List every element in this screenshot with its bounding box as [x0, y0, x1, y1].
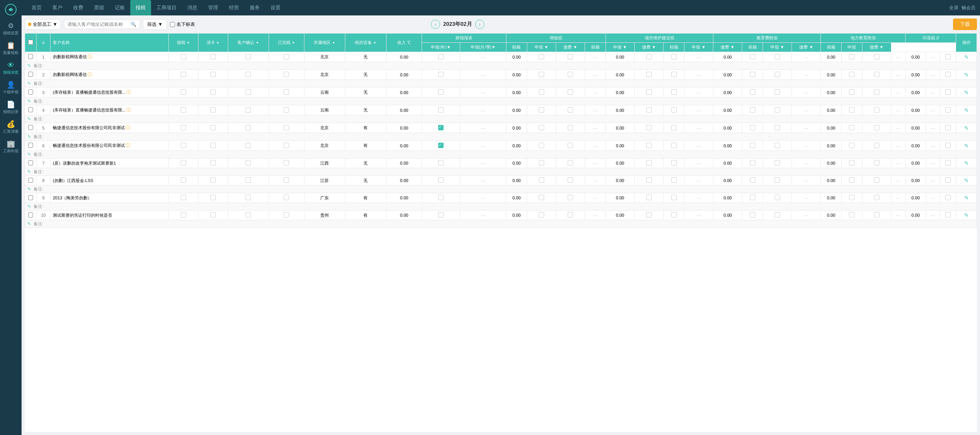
paid-check[interactable]	[284, 195, 289, 200]
jf-check[interactable]	[671, 160, 677, 165]
row-confirm[interactable]	[228, 141, 269, 151]
th-yhs-jf[interactable]: 缴费 ▼	[862, 43, 891, 52]
edit-icon[interactable]: ✎	[964, 54, 969, 60]
row-caibao-year[interactable]	[422, 123, 460, 133]
confirm-check[interactable]	[245, 54, 251, 59]
jf-check[interactable]	[775, 107, 780, 113]
paid-check[interactable]	[284, 125, 289, 130]
caibao-year-check[interactable]	[438, 177, 444, 183]
nav-customer[interactable]: 客户	[47, 0, 68, 15]
row-checkbox[interactable]	[28, 107, 33, 112]
tax-sb[interactable]	[635, 211, 664, 220]
tax-sb[interactable]	[635, 52, 664, 62]
confirm-check[interactable]	[245, 125, 251, 130]
tax-jf[interactable]	[664, 211, 684, 220]
baoshui-check[interactable]	[181, 107, 186, 113]
row-checkbox[interactable]	[28, 212, 33, 218]
row-confirm[interactable]	[228, 176, 269, 185]
tax-jf[interactable]	[556, 211, 585, 220]
row-action[interactable]: ✎	[956, 105, 977, 115]
edit-icon[interactable]: ✎	[964, 107, 969, 113]
row-action[interactable]: ✎	[956, 88, 977, 98]
yhs-jf-check[interactable]	[945, 72, 951, 77]
row-checkbox[interactable]	[28, 178, 33, 183]
row-paid[interactable]	[269, 141, 304, 151]
row-caibao-year[interactable]	[422, 70, 460, 80]
tax-sb[interactable]	[527, 123, 556, 133]
sb-check[interactable]	[646, 143, 652, 148]
tax-jf[interactable]	[763, 105, 792, 115]
row-action[interactable]: ✎	[956, 158, 977, 168]
jf-check[interactable]	[874, 212, 879, 218]
jf-check[interactable]	[671, 177, 677, 183]
row-huanka[interactable]	[198, 70, 228, 80]
tax-jf[interactable]	[664, 123, 684, 133]
huanka-check[interactable]	[210, 160, 216, 165]
yhs-jf-check[interactable]	[945, 125, 951, 130]
tax-jf[interactable]	[763, 211, 792, 220]
tax-jf[interactable]	[664, 88, 684, 98]
yhs-jf[interactable]	[940, 211, 956, 220]
row-confirm[interactable]	[228, 211, 269, 220]
tax-jf[interactable]	[664, 105, 684, 115]
yhs-jf[interactable]	[940, 141, 956, 151]
tax-sb[interactable]	[742, 211, 763, 220]
huanka-check[interactable]	[210, 143, 216, 148]
tax-sb[interactable]	[842, 176, 862, 185]
caibao-year-check[interactable]	[438, 89, 444, 95]
sb-check[interactable]	[539, 89, 544, 95]
row-caibao-year[interactable]	[422, 52, 460, 62]
th-yhs-sb[interactable]: 申报	[842, 43, 862, 52]
edit-icon[interactable]: ✎	[964, 212, 969, 218]
tax-sb[interactable]	[742, 105, 763, 115]
row-select-cell[interactable]	[25, 158, 37, 168]
sb-check[interactable]	[750, 177, 755, 183]
nav-gongshang[interactable]: 工商项目	[151, 0, 182, 15]
jf-check[interactable]	[775, 195, 780, 200]
row-confirm[interactable]	[228, 123, 269, 133]
tax-sb[interactable]	[527, 52, 556, 62]
tax-jf[interactable]	[763, 176, 792, 185]
yhs-jf[interactable]	[940, 70, 956, 80]
tax-jf[interactable]	[556, 176, 585, 185]
jf-check[interactable]	[874, 177, 879, 183]
paid-check[interactable]	[284, 212, 289, 218]
tax-jf[interactable]	[763, 141, 792, 151]
tax-jf[interactable]	[763, 158, 792, 168]
remark-edit-icon[interactable]: ✎	[27, 134, 31, 139]
yhs-jf[interactable]	[940, 88, 956, 98]
sb-check[interactable]	[750, 143, 755, 148]
row-baoshui[interactable]	[169, 105, 198, 115]
tax-jf[interactable]	[862, 70, 891, 80]
nav-xiaoxi[interactable]: 消息	[182, 0, 203, 15]
tax-jf[interactable]	[763, 52, 792, 62]
row-huanka[interactable]	[198, 193, 228, 203]
jf-check[interactable]	[775, 160, 780, 165]
tax-sb[interactable]	[527, 88, 556, 98]
tax-sb[interactable]	[527, 211, 556, 220]
tax-sb[interactable]	[527, 70, 556, 80]
row-baoshui[interactable]	[169, 158, 198, 168]
prev-month-button[interactable]: ‹	[431, 20, 440, 29]
nav-jizhang[interactable]: 记账	[109, 0, 130, 15]
row-confirm[interactable]	[228, 52, 269, 62]
tax-sb[interactable]	[742, 158, 763, 168]
sb-check[interactable]	[646, 125, 652, 130]
tax-sb[interactable]	[742, 176, 763, 185]
row-huanka[interactable]	[198, 88, 228, 98]
row-baoshui[interactable]	[169, 70, 198, 80]
sb-check[interactable]	[849, 107, 854, 113]
th-jyf-jf[interactable]: 缴费 ▼	[713, 43, 742, 52]
jf-check[interactable]	[568, 54, 573, 59]
jf-check[interactable]	[775, 125, 780, 130]
tax-jf[interactable]	[664, 70, 684, 80]
remark-edit-icon[interactable]: ✎	[27, 187, 31, 191]
tax-jf[interactable]	[763, 88, 792, 98]
tax-sb[interactable]	[742, 123, 763, 133]
tax-sb[interactable]	[635, 176, 664, 185]
row-checkbox[interactable]	[28, 89, 33, 94]
sb-check[interactable]	[849, 143, 854, 148]
sidebar-item-geshui[interactable]: 👤 个税申报	[0, 78, 22, 98]
tax-jf[interactable]	[862, 211, 891, 220]
row-checkbox[interactable]	[28, 195, 33, 200]
